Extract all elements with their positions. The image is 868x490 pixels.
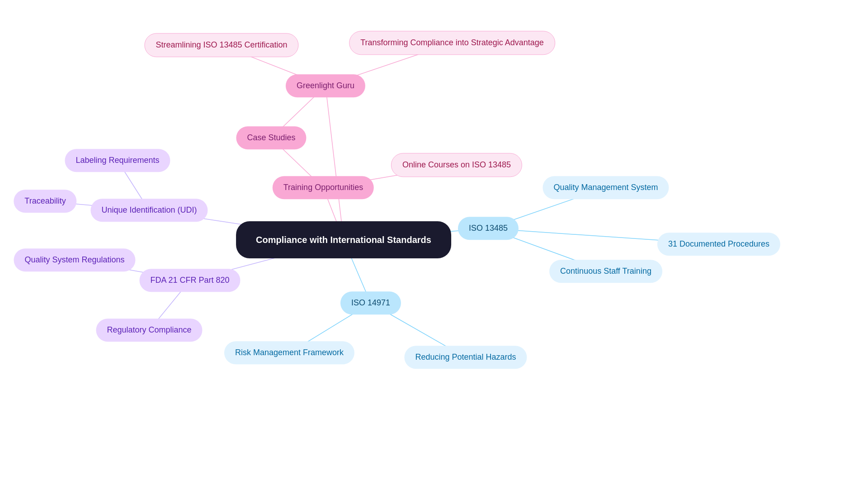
- node-unique_id[interactable]: Unique Identification (UDI): [90, 199, 208, 222]
- node-training[interactable]: Training Opportunities: [273, 176, 374, 199]
- node-risk_mgmt[interactable]: Risk Management Framework: [224, 341, 354, 364]
- node-documented_procedures[interactable]: 31 Documented Procedures: [657, 233, 780, 256]
- node-labeling[interactable]: Labeling Requirements: [65, 149, 170, 172]
- node-traceability[interactable]: Traceability: [14, 190, 76, 213]
- node-quality_sys[interactable]: Quality System Regulations: [14, 248, 135, 271]
- node-case_studies[interactable]: Case Studies: [236, 126, 306, 149]
- node-greenlight_guru[interactable]: Greenlight Guru: [286, 74, 365, 97]
- node-qms[interactable]: Quality Management System: [542, 176, 669, 199]
- node-reg_compliance[interactable]: Regulatory Compliance: [96, 319, 202, 342]
- node-staff_training[interactable]: Continuous Staff Training: [549, 260, 662, 283]
- node-reducing_hazards[interactable]: Reducing Potential Hazards: [404, 346, 527, 369]
- node-iso13485[interactable]: ISO 13485: [458, 217, 519, 240]
- node-streamlining[interactable]: Streamlining ISO 13485 Certification: [144, 33, 298, 57]
- svg-line-0: [326, 86, 344, 240]
- mind-map: Compliance with International StandardsG…: [0, 0, 868, 490]
- node-fda[interactable]: FDA 21 CFR Part 820: [139, 269, 240, 292]
- node-transforming[interactable]: Transforming Compliance into Strategic A…: [349, 31, 555, 55]
- node-online_courses[interactable]: Online Courses on ISO 13485: [391, 153, 522, 177]
- node-center[interactable]: Compliance with International Standards: [236, 221, 451, 258]
- node-iso14971[interactable]: ISO 14971: [340, 291, 401, 314]
